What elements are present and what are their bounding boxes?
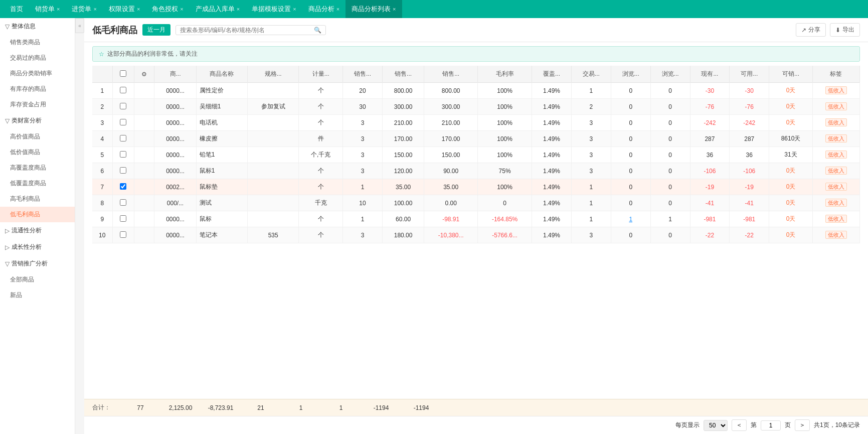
sidebar-item-sales-goods[interactable]: 销售类商品 <box>0 35 75 50</box>
cell-tag: 低收入 <box>812 195 859 211</box>
sidebar-collapse-button[interactable]: « <box>75 18 84 33</box>
row-checkbox[interactable] <box>120 167 126 174</box>
cell-sales-amount: 90.00 <box>424 163 478 179</box>
cell-tag: 低收入 <box>812 83 859 99</box>
cell-tag: 低收入 <box>812 131 859 147</box>
cell-code: 0000... <box>154 211 196 227</box>
col-salable: 可销... <box>769 66 813 83</box>
cell-coverage: 1.49% <box>532 83 572 99</box>
close-sales-tab[interactable]: × <box>57 6 60 12</box>
cell-coverage: 1.49% <box>532 99 572 115</box>
cell-sales-qty: 20 <box>343 83 383 99</box>
export-icon: ⬇ <box>835 27 840 34</box>
row-checkbox[interactable] <box>120 199 126 206</box>
arrow-icon-circulation: ▷ <box>5 227 10 234</box>
cell-salable: 0天 <box>769 83 813 99</box>
nav-purchase[interactable]: 进货单 × <box>66 0 102 18</box>
table-row: 9 0000... 鼠标 个 1 60.00 -98.91 -164.85% 1… <box>92 211 860 227</box>
col-spec: 规格... <box>248 66 299 83</box>
close-permission-tab[interactable]: × <box>137 6 140 12</box>
cell-name: 吴细细1 <box>196 99 247 115</box>
sidebar-item-all-goods[interactable]: 全部商品 <box>0 272 75 287</box>
next-page-button[interactable]: ＞ <box>795 419 810 431</box>
nav-template[interactable]: 单据模板设置 × <box>246 0 302 18</box>
row-checkbox[interactable] <box>120 231 126 238</box>
close-template-tab[interactable]: × <box>293 6 296 12</box>
footer-values: 77 2,125.00 -8,723.91 21 1 1 -1194 -1194 <box>120 404 441 411</box>
nav-home[interactable]: 首页 <box>4 0 29 18</box>
row-checkbox[interactable] <box>120 135 126 141</box>
col-settings[interactable]: ⚙ <box>134 66 154 83</box>
close-product-storage-tab[interactable]: × <box>237 6 240 12</box>
header-actions: ↗ 分享 ⬇ 导出 <box>796 23 860 37</box>
nav-permission[interactable]: 权限设置 × <box>103 0 146 18</box>
row-checkbox[interactable] <box>120 151 126 158</box>
col-index <box>92 66 112 83</box>
cell-sales-qty: 1 <box>343 179 383 195</box>
close-role-tab[interactable]: × <box>180 6 183 12</box>
cell-unit: 个 <box>299 115 343 131</box>
sidebar-group-circulation[interactable]: ▷ 流通性分析 <box>0 222 75 239</box>
sidebar-item-high-coverage[interactable]: 高覆盖度商品 <box>0 160 75 176</box>
close-goods-analysis-tab[interactable]: × <box>336 6 339 12</box>
sidebar-item-traded-goods[interactable]: 交易过的商品 <box>0 50 75 66</box>
per-page-select[interactable]: 50 <box>704 420 728 431</box>
sidebar-item-high-profit[interactable]: 高毛利商品 <box>0 191 75 207</box>
cell-browse1: 0 <box>611 83 650 99</box>
nav-product-storage[interactable]: 产成品入库单 × <box>190 0 246 18</box>
sidebar-group-marketing[interactable]: ▽ 营销推广分析 <box>0 255 75 272</box>
cell-name: 电话机 <box>196 115 247 131</box>
sidebar-group-overall[interactable]: ▽ 整体信息 <box>0 18 75 35</box>
search-box: 🔍 <box>176 25 326 35</box>
sidebar-item-stock-capital[interactable]: 库存资金占用 <box>0 97 75 112</box>
col-sales-qty: 销售... <box>343 66 383 83</box>
nav-goods-analysis[interactable]: 商品分析 × <box>302 0 345 18</box>
cell-browse2: 0 <box>650 115 690 131</box>
row-checkbox[interactable] <box>120 103 126 109</box>
cell-salable: 0天 <box>769 99 813 115</box>
cell-unit: 件 <box>299 131 343 147</box>
sidebar-item-new-goods[interactable]: 新品 <box>0 287 75 303</box>
row-checkbox[interactable] <box>120 215 126 222</box>
cell-current: -22 <box>690 227 730 243</box>
time-filter-button[interactable]: 近一月 <box>142 24 170 36</box>
cell-name: 鼠标垫 <box>196 179 247 195</box>
row-checkbox[interactable] <box>120 87 126 93</box>
cell-spec <box>248 163 299 179</box>
page-title: 低毛利商品 <box>92 24 137 36</box>
col-available: 可用... <box>730 66 769 83</box>
cell-salable: 0天 <box>769 211 813 227</box>
cell-sales-price: 800.00 <box>382 83 424 99</box>
nav-sales[interactable]: 销货单 × <box>29 0 66 18</box>
sidebar-item-high-value[interactable]: 高价值商品 <box>0 129 75 144</box>
row-checkbox[interactable] <box>120 183 126 190</box>
sidebar-item-category-rate[interactable]: 商品分类助销率 <box>0 66 75 81</box>
cell-sales-qty: 3 <box>343 163 383 179</box>
share-button[interactable]: ↗ 分享 <box>796 23 826 37</box>
close-goods-analysis-list-tab[interactable]: × <box>393 6 396 12</box>
search-input[interactable] <box>180 27 314 34</box>
cell-unit: 个 <box>299 211 343 227</box>
export-button[interactable]: ⬇ 导出 <box>830 23 860 37</box>
search-icon[interactable]: 🔍 <box>314 27 321 34</box>
prev-page-button[interactable]: ＜ <box>732 419 747 431</box>
sidebar-item-low-coverage[interactable]: 低覆盖度商品 <box>0 176 75 191</box>
nav-role[interactable]: 角色授权 × <box>146 0 189 18</box>
sidebar-group-growth[interactable]: ▷ 成长性分析 <box>0 239 75 255</box>
cell-empty <box>134 131 154 147</box>
cell-trade: 1 <box>571 83 611 99</box>
select-all-checkbox[interactable] <box>120 70 126 77</box>
sidebar-group-wealth[interactable]: ▽ 类财富分析 <box>0 112 75 129</box>
nav-goods-analysis-list[interactable]: 商品分析列表 × <box>345 0 402 18</box>
col-code: 商... <box>154 66 196 83</box>
sidebar-item-low-profit[interactable]: 低毛利商品 <box>0 207 75 222</box>
sidebar-item-low-value[interactable]: 低价值商品 <box>0 144 75 160</box>
cell-checkbox <box>112 83 134 99</box>
table-row: 2 0000... 吴细细1 参加复试 个 30 300.00 300.00 1… <box>92 99 860 115</box>
cell-index: 8 <box>92 195 112 211</box>
cell-salable: 8610天 <box>769 131 813 147</box>
sidebar-item-in-stock[interactable]: 有库存的商品 <box>0 81 75 97</box>
close-purchase-tab[interactable]: × <box>93 6 96 12</box>
row-checkbox[interactable] <box>120 119 126 125</box>
page-number-input[interactable] <box>761 420 781 430</box>
